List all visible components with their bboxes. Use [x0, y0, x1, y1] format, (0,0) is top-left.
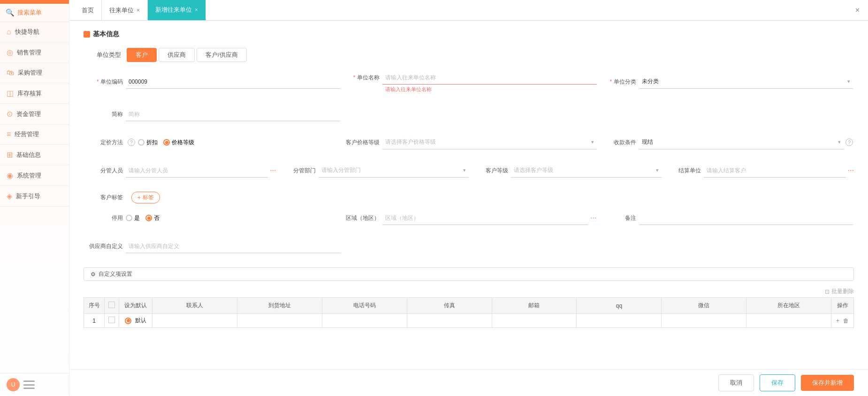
operation-icon: ≡ [7, 130, 11, 139]
td-default: 默认 [119, 314, 152, 328]
radio-price-level-circle [163, 139, 170, 146]
sidebar-item-basic[interactable]: ⊞ 基础信息 [0, 145, 69, 165]
save-new-button[interactable]: 保存并新增 [801, 375, 854, 391]
customer-price-level-label: 客户价格等级 [340, 139, 382, 147]
td-email[interactable] [492, 314, 577, 328]
close-all-tabs[interactable]: × [852, 4, 863, 16]
sidebar-bottom: U [0, 373, 69, 396]
manager-input[interactable] [126, 163, 268, 178]
td-phone[interactable] [322, 314, 407, 328]
qq-input[interactable] [580, 318, 657, 324]
sidebar-item-sales[interactable]: ◎ 销售管理 [0, 42, 69, 63]
radio-disabled-no[interactable]: 否 [145, 214, 160, 222]
short-name-label: 简称 [84, 110, 126, 118]
type-btn-supplier[interactable]: 供应商 [159, 48, 195, 62]
location-input[interactable] [750, 318, 827, 324]
sidebar-item-label: 销售管理 [17, 48, 41, 57]
batch-delete-label[interactable]: 批量删除 [831, 287, 854, 295]
sidebar: 🔍 搜索菜单 ⌂ 快捷导航 ◎ 销售管理 🛍 采购管理 ◫ 库存核算 ⊙ 资金管… [0, 0, 69, 396]
wechat-input[interactable] [665, 318, 742, 324]
row-delete-icon[interactable]: 🗑 [843, 318, 849, 324]
tag-add-label: 标签 [143, 194, 154, 202]
sidebar-item-finance[interactable]: ⊙ 资金管理 [0, 104, 69, 124]
address-input[interactable] [241, 318, 318, 324]
tag-add-icon: + [137, 194, 141, 201]
cancel-button[interactable]: 取消 [718, 374, 754, 391]
td-wechat[interactable] [662, 314, 746, 328]
type-btn-customer[interactable]: 客户 [127, 48, 157, 62]
billing-unit-more-btn[interactable]: ··· [848, 166, 854, 175]
form-row-1: 单位编码 单位名称 请输入往来单位名称 单位分类 未分类 ▾ [84, 70, 854, 101]
type-btn-both[interactable]: 客户/供应商 [197, 48, 247, 62]
radio-discount[interactable]: 折扣 [138, 139, 158, 147]
unit-type-row: 单位类型 客户 供应商 客户/供应商 [84, 48, 854, 62]
system-icon: ◉ [7, 171, 13, 180]
contact-table: 序号 设为默认 联系人 到货地址 电话号码 传真 邮箱 qq 微信 所在地区 操… [84, 297, 854, 328]
td-seq: 1 [84, 314, 105, 328]
unit-name-input[interactable] [382, 70, 597, 85]
radio-discount-label: 折扣 [146, 139, 158, 147]
row-default-radio[interactable]: 默认 [123, 317, 148, 325]
field-customer-level: 客户等级 请选择客户等级 ▾ [469, 163, 662, 178]
tab-new-partner[interactable]: 新增往来单位 × [148, 0, 206, 20]
th-default: 设为默认 [119, 298, 152, 314]
table-row: 1 默认 [84, 314, 854, 328]
billing-unit-input[interactable] [704, 163, 846, 178]
row-default-circle [125, 318, 131, 324]
tab-home[interactable]: 首页 [74, 0, 102, 20]
radio-disabled-yes[interactable]: 是 [126, 214, 140, 222]
td-address[interactable] [237, 314, 322, 328]
tab-partner-close[interactable]: × [137, 7, 140, 14]
tag-add-button[interactable]: + 标签 [131, 192, 160, 203]
remarks-input[interactable] [639, 211, 853, 225]
payment-terms-select[interactable]: 现结 ▾ [639, 135, 844, 149]
pricing-method-label: 定价方法 [84, 139, 126, 147]
td-location[interactable] [746, 314, 831, 328]
fax-input[interactable] [411, 318, 488, 324]
unit-code-input[interactable] [126, 75, 340, 89]
department-select[interactable]: 请输入分管部门 ▾ [319, 163, 469, 178]
tab-partner[interactable]: 往来单位 × [102, 0, 148, 20]
row-checkbox[interactable] [108, 317, 115, 323]
customer-price-level-select[interactable]: 请选择客户价格等级 ▾ [382, 135, 597, 149]
manager-more-btn[interactable]: ··· [270, 166, 276, 175]
sidebar-item-quick-nav[interactable]: ⌂ 快捷导航 [0, 22, 69, 42]
sidebar-search[interactable]: 🔍 搜索菜单 [0, 4, 69, 22]
th-fax: 传真 [407, 298, 492, 314]
sidebar-item-operation[interactable]: ≡ 经营管理 [0, 124, 69, 145]
th-email: 邮箱 [492, 298, 577, 314]
field-customer-price-level: 客户价格等级 请选择客户价格等级 ▾ [340, 135, 597, 149]
email-input[interactable] [496, 318, 573, 324]
payment-terms-label: 收款条件 [597, 139, 639, 147]
menu-toggle-icon[interactable] [23, 380, 35, 389]
th-qq: qq [577, 298, 662, 314]
tab-new-partner-close[interactable]: × [195, 7, 198, 13]
sidebar-item-system[interactable]: ◉ 系统管理 [0, 165, 69, 186]
pricing-method-help-icon[interactable]: ? [128, 139, 135, 146]
region-input[interactable] [382, 211, 588, 225]
unit-category-select[interactable]: 未分类 ▾ [639, 75, 853, 89]
customer-level-select[interactable]: 请选择客户等级 ▾ [511, 163, 662, 178]
supplier-custom-input[interactable] [126, 239, 340, 253]
sidebar-item-inventory[interactable]: ◫ 库存核算 [0, 83, 69, 104]
td-contact[interactable] [152, 314, 237, 328]
row-add-icon[interactable]: + [836, 318, 839, 324]
th-checkbox[interactable] [108, 302, 115, 308]
supplier-custom-label: 供应商自定义 [84, 242, 126, 250]
radio-price-level[interactable]: 价格等级 [163, 139, 194, 147]
td-fax[interactable] [407, 314, 492, 328]
save-button[interactable]: 保存 [760, 374, 795, 391]
td-qq[interactable] [577, 314, 662, 328]
phone-input[interactable] [326, 318, 403, 324]
region-more-btn[interactable]: ··· [590, 214, 596, 222]
custom-settings-button[interactable]: ⚙ 自定义项设置 [84, 267, 854, 281]
contact-input[interactable] [156, 318, 233, 324]
field-region: 区域（地区） ··· [340, 211, 597, 225]
table-header-row: 序号 设为默认 联系人 到货地址 电话号码 传真 邮箱 qq 微信 所在地区 操… [84, 298, 854, 314]
sidebar-item-label: 经营管理 [15, 130, 39, 139]
sidebar-item-purchase[interactable]: 🛍 采购管理 [0, 63, 69, 83]
sidebar-item-guide[interactable]: ◈ 新手引导 [0, 186, 69, 207]
batch-delete-icon: ⊡ [825, 288, 830, 295]
short-name-input[interactable] [126, 107, 340, 121]
payment-terms-help-icon[interactable]: ? [845, 139, 853, 146]
